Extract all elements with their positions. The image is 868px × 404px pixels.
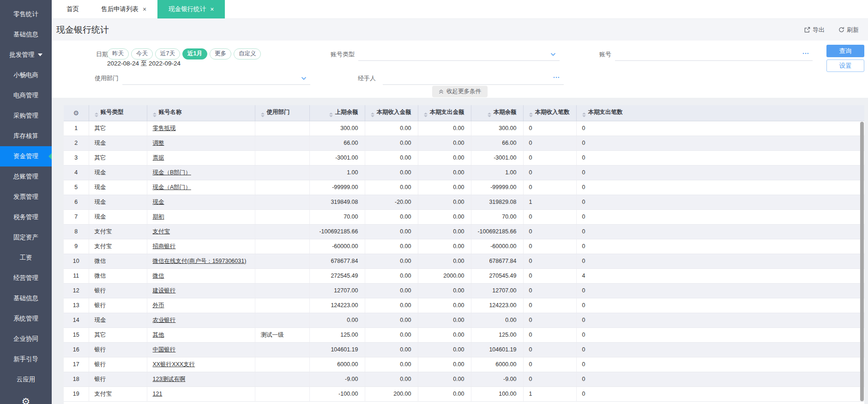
account-name-link[interactable]: 现金	[153, 199, 164, 205]
tab-首页[interactable]: 首页	[55, 0, 90, 18]
vertical-scrollbar[interactable]	[860, 122, 864, 401]
cell-使用部门	[255, 150, 309, 165]
sidebar-item-税务管理[interactable]: 税务管理	[0, 207, 52, 227]
account-name-link[interactable]: 121	[153, 391, 163, 397]
date-pill-自定义[interactable]: 自定义	[234, 48, 261, 59]
sidebar-item-label: 零售统计	[13, 10, 38, 18]
handler-more-icon[interactable]: ...	[553, 72, 560, 79]
column-header-本期收入笔数[interactable]: 本期收入笔数	[523, 105, 576, 121]
account-name-link[interactable]: 现金（B部门）	[153, 169, 191, 176]
sort-up-icon	[329, 113, 333, 114]
column-header-账号名称[interactable]: 账号名称	[147, 105, 255, 121]
column-header-使用部门[interactable]: 使用部门	[255, 105, 309, 121]
cell-上期余额: 6000.00	[309, 357, 365, 372]
sort-down-icon	[582, 115, 586, 117]
column-header-账号类型[interactable]: 账号类型	[89, 105, 147, 121]
cell-使用部门	[255, 165, 309, 180]
sidebar-item-电商管理[interactable]: 电商管理	[0, 85, 52, 106]
cell-上期余额: 0.00	[309, 313, 365, 327]
export-button[interactable]: 导出	[804, 26, 825, 34]
sidebar-item-批发管理[interactable]: 批发管理	[0, 45, 52, 65]
account-name-link[interactable]: 123测试有啊	[153, 376, 186, 382]
cell-账号类型: 支付宝	[89, 239, 147, 254]
account-type-select[interactable]	[358, 51, 560, 61]
account-name-link[interactable]: 票据	[153, 154, 164, 161]
cell-本期支出金额: 0.00	[418, 372, 471, 386]
date-pill-近7天[interactable]: 近7天	[155, 48, 180, 59]
account-name-link[interactable]: 期初	[153, 214, 164, 220]
account-name-link[interactable]: 调整	[153, 140, 164, 146]
cell-账号名称: 现金（B部门）	[147, 165, 255, 180]
account-name-link[interactable]: 微信在线支付(商户号：1597306031)	[153, 258, 247, 264]
sidebar-item-小畅电商[interactable]: 小畅电商	[0, 65, 52, 85]
chevron-down-icon[interactable]	[301, 75, 307, 82]
sidebar-item-采购管理[interactable]: 采购管理	[0, 106, 52, 126]
account-name-link[interactable]: 建设银行	[153, 287, 176, 294]
account-name-link[interactable]: XX银行XXX支行	[153, 361, 195, 368]
sidebar-item-云应用[interactable]: 云应用	[0, 369, 52, 390]
sidebar-gear-icon[interactable]: ⚙	[0, 396, 52, 404]
cell-本期收入金额: 0.00	[365, 298, 418, 313]
sidebar-item-经营管理[interactable]: 经营管理	[0, 268, 52, 288]
sidebar-item-基础信息[interactable]: 基础信息	[0, 288, 52, 309]
column-header-本期支出金额[interactable]: 本期支出金额	[418, 105, 471, 121]
settings-button[interactable]: 设置	[826, 59, 864, 72]
account-name-link[interactable]: 支付宝	[153, 228, 170, 235]
sidebar-item-零售统计[interactable]: 零售统计	[0, 4, 52, 24]
sidebar-item-工资[interactable]: 工资	[0, 248, 52, 268]
cell-本期收入金额: 0.00	[365, 136, 418, 150]
cell-本期支出金额: 0.00	[418, 254, 471, 268]
column-header-上期余额[interactable]: 上期余额	[309, 105, 365, 121]
cell-账号名称: 外币	[147, 298, 255, 313]
date-pill-近1月[interactable]: 近1月	[182, 48, 207, 59]
cell-上期余额: -99999.00	[309, 180, 365, 195]
cell-本期收入笔数: 0	[523, 136, 576, 150]
tab-售后申请列表[interactable]: 售后申请列表×	[90, 0, 157, 18]
tab-现金银行统计[interactable]: 现金银行统计×	[157, 0, 225, 18]
sidebar-item-资金管理[interactable]: 资金管理	[0, 146, 52, 166]
chevron-down-icon[interactable]	[550, 51, 556, 58]
account-name-link[interactable]: 其他	[153, 332, 164, 338]
table-row: 5现金现金（A部门）-99999.000.000.00-99999.0000	[64, 180, 864, 195]
sidebar-item-基础信息[interactable]: 基础信息	[0, 24, 52, 45]
column-header-本期收入金额[interactable]: 本期收入金额	[365, 105, 418, 121]
date-pill-更多[interactable]: 更多	[210, 48, 231, 59]
account-input[interactable]	[615, 51, 813, 61]
column-header-本期支出笔数[interactable]: 本期支出笔数	[576, 105, 864, 121]
account-name-link[interactable]: 微信	[153, 273, 164, 279]
date-pill-昨天[interactable]: 昨天	[107, 48, 129, 59]
sidebar-item-新手引导[interactable]: 新手引导	[0, 349, 52, 369]
refresh-button[interactable]: 刷新	[838, 26, 859, 34]
sidebar-item-固定资产[interactable]: 固定资产	[0, 227, 52, 248]
row-number: 4	[64, 165, 89, 180]
cell-账号名称: 支付宝	[147, 224, 255, 239]
date-range-value[interactable]: 2022-08-24 至 2022-09-24	[107, 59, 181, 68]
sidebar-item-系统管理[interactable]: 系统管理	[0, 309, 52, 329]
account-name-link[interactable]: 中国银行	[153, 346, 176, 353]
sidebar-item-库存核算[interactable]: 库存核算	[0, 126, 52, 146]
account-name-link[interactable]: 现金（A部门）	[153, 184, 191, 190]
close-icon[interactable]: ×	[210, 6, 214, 13]
query-button[interactable]: 查询	[826, 45, 864, 57]
cell-账号名称: 微信	[147, 268, 255, 283]
handler-input[interactable]	[383, 75, 564, 85]
cell-账号类型: 现金	[89, 136, 147, 150]
column-header-本期余额[interactable]: 本期余额	[471, 105, 523, 121]
sidebar-item-发票管理[interactable]: 发票管理	[0, 187, 52, 207]
table-settings-gear-icon[interactable]: ⚙	[64, 105, 89, 121]
date-pill-今天[interactable]: 今天	[131, 48, 153, 59]
cell-本期支出笔数: 0	[576, 357, 864, 372]
sidebar-item-企业协同[interactable]: 企业协同	[0, 329, 52, 349]
department-select[interactable]	[122, 75, 310, 85]
account-name-link[interactable]: 外币	[153, 302, 164, 309]
collapse-filters-button[interactable]: 收起更多条件	[432, 86, 488, 97]
sidebar-item-总账管理[interactable]: 总账管理	[0, 166, 52, 187]
table-container: ⚙账号类型账号名称使用部门上期余额本期收入金额本期支出金额本期余额本期收入笔数本…	[64, 105, 864, 404]
account-name-link[interactable]: 零售抵现	[153, 125, 176, 131]
cell-本期收入金额: 0.00	[365, 254, 418, 268]
account-name-link[interactable]: 招商银行	[153, 243, 176, 250]
cell-上期余额: 678677.84	[309, 254, 365, 268]
account-name-link[interactable]: 农业银行	[153, 317, 176, 323]
close-icon[interactable]: ×	[143, 6, 146, 13]
account-more-icon[interactable]: ...	[802, 48, 809, 55]
